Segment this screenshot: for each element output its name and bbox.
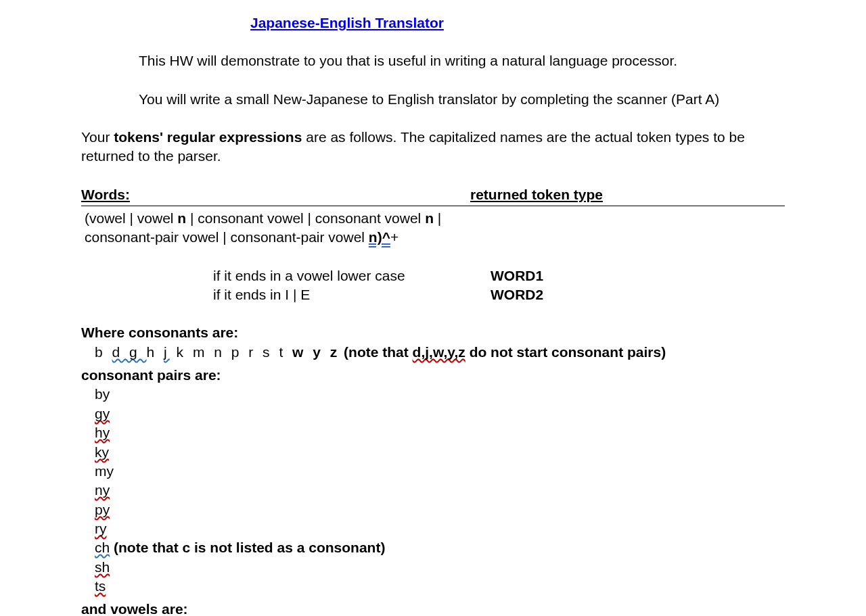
pair-gy: gy bbox=[95, 404, 785, 423]
consonant-pairs-label: consonant pairs are: bbox=[81, 366, 785, 385]
pair-ky: ky bbox=[95, 443, 785, 462]
pair-ts: ts bbox=[95, 577, 785, 596]
and-vowels-label: and vowels are: bbox=[81, 600, 785, 616]
pair-by: by bbox=[95, 385, 785, 404]
condition-row-1: if it ends in a vowel lower case WORD1 bbox=[213, 266, 785, 285]
condition-row-2: if it ends in I | E WORD2 bbox=[213, 285, 785, 304]
tokens-intro: Your tokens' regular expressions are as … bbox=[81, 128, 785, 166]
condition-1-token: WORD1 bbox=[491, 266, 543, 285]
header-words: Words: bbox=[81, 185, 470, 204]
condition-1-text: if it ends in a vowel lower case bbox=[213, 266, 491, 285]
intro-paragraph-1: This HW will demonstrate to you that is … bbox=[139, 51, 785, 70]
header-returned: returned token type bbox=[470, 185, 603, 204]
def-line-2: consonant-pair vowel | consonant-pair vo… bbox=[85, 228, 785, 247]
pair-ch: ch (note that c is not listed as a conso… bbox=[95, 538, 785, 557]
word-definition: (vowel | vowel n | consonant vowel | con… bbox=[81, 209, 785, 247]
pair-sh: sh bbox=[95, 558, 785, 577]
table-header-row: Words: returned token type bbox=[81, 185, 785, 206]
def-line-1: (vowel | vowel n | consonant vowel | con… bbox=[85, 209, 785, 228]
condition-2-token: WORD2 bbox=[491, 285, 543, 304]
page-title: Japanese-English Translator bbox=[250, 14, 785, 32]
conditions-block: if it ends in a vowel lower case WORD1 i… bbox=[213, 266, 785, 305]
tokens-intro-prefix: Your bbox=[81, 129, 114, 145]
consonant-list: b d g h j k m n p r s t w y z (note that… bbox=[81, 343, 785, 362]
pair-my: my bbox=[95, 462, 785, 481]
pair-py: py bbox=[95, 500, 785, 519]
pair-ny: ny bbox=[95, 481, 785, 500]
tokens-intro-bold: tokens' regular expressions bbox=[114, 129, 302, 145]
condition-2-text: if it ends in I | E bbox=[213, 285, 491, 304]
pair-ry: ry bbox=[95, 519, 785, 538]
where-consonants-label: Where consonants are: bbox=[81, 323, 785, 342]
intro-paragraph-2: You will write a small New-Japanese to E… bbox=[139, 90, 785, 109]
consonant-pairs-list: by gy hy ky my ny py ry ch (note that c … bbox=[81, 385, 785, 596]
pair-hy: hy bbox=[95, 423, 785, 442]
document-page: Japanese-English Translator This HW will… bbox=[0, 0, 866, 616]
